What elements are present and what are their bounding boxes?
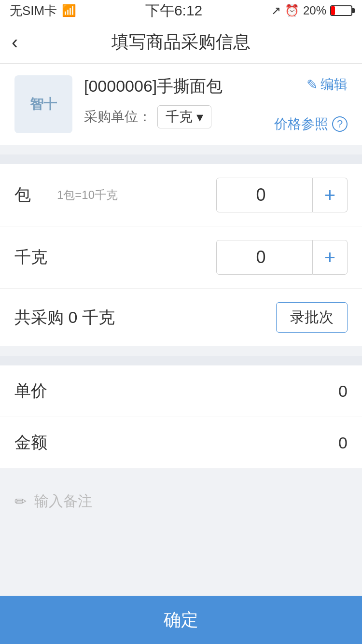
edit-button[interactable]: ✎ 编辑 bbox=[306, 75, 348, 94]
location-icon: ↗ bbox=[271, 4, 281, 17]
alarm-icon: ⏰ bbox=[285, 4, 299, 17]
battery-icon bbox=[330, 5, 352, 16]
batch-button[interactable]: 录批次 bbox=[276, 302, 348, 333]
product-image: 智十 bbox=[14, 75, 72, 133]
amount-label: 金额 bbox=[14, 432, 47, 454]
back-button[interactable]: ‹ bbox=[12, 31, 18, 53]
page-content: 智十 [0000006]手撕面包 采购单位： 千克 ▾ ✎ 编辑 价格参照 ? … bbox=[0, 64, 362, 644]
kg-plus-button[interactable]: + bbox=[313, 240, 348, 275]
kg-input-row: 千克 + bbox=[0, 226, 362, 289]
battery-percent: 20% bbox=[303, 4, 326, 17]
product-logo: 智十 bbox=[30, 95, 57, 113]
price-section: 单价 0 金额 0 bbox=[0, 365, 362, 468]
unit-price-row: 单价 0 bbox=[0, 365, 362, 417]
kg-input-right: + bbox=[216, 240, 348, 275]
unit-select[interactable]: 千克 ▾ bbox=[157, 105, 211, 128]
note-placeholder: 输入备注 bbox=[34, 491, 92, 511]
amount-row: 金额 0 bbox=[0, 417, 362, 468]
bag-input-row: 包 1包=10千克 + bbox=[0, 164, 362, 226]
summary-text: 共采购 0 千克 bbox=[14, 307, 115, 329]
edit-icon: ✎ bbox=[306, 77, 318, 93]
kg-input[interactable] bbox=[216, 240, 313, 275]
pencil-icon: ✏ bbox=[14, 493, 27, 510]
price-ref-label: 价格参照 bbox=[274, 115, 328, 133]
confirm-button[interactable]: 确定 bbox=[0, 596, 362, 644]
purchase-unit-label: 采购单位： bbox=[84, 108, 152, 126]
unit-price-value: 0 bbox=[338, 382, 348, 401]
status-bar: 无SIM卡 📶 下午6:12 ↗ ⏰ 20% bbox=[0, 0, 362, 21]
amount-value: 0 bbox=[338, 434, 348, 452]
nav-bar: ‹ 填写商品采购信息 bbox=[0, 21, 362, 64]
summary-section: 共采购 0 千克 录批次 bbox=[0, 289, 362, 346]
note-section[interactable]: ✏ 输入备注 bbox=[0, 478, 362, 525]
bag-sub-label: 1包=10千克 bbox=[57, 187, 118, 203]
bag-plus-button[interactable]: + bbox=[313, 178, 348, 212]
kg-label: 千克 bbox=[14, 246, 53, 268]
product-card: 智十 [0000006]手撕面包 采购单位： 千克 ▾ ✎ 编辑 价格参照 ? bbox=[0, 64, 362, 145]
status-left: 无SIM卡 📶 bbox=[10, 2, 76, 19]
status-time: 下午6:12 bbox=[145, 1, 202, 21]
bag-label: 包 bbox=[14, 184, 53, 206]
unit-value: 千克 bbox=[166, 108, 193, 126]
bag-input-right: + bbox=[216, 178, 348, 212]
info-icon: ? bbox=[332, 116, 348, 132]
section-divider-1 bbox=[0, 154, 362, 164]
edit-label: 编辑 bbox=[320, 75, 348, 94]
price-ref-button[interactable]: 价格参照 ? bbox=[274, 115, 348, 133]
carrier-label: 无SIM卡 bbox=[10, 2, 57, 19]
chevron-down-icon: ▾ bbox=[196, 109, 203, 125]
bag-input[interactable] bbox=[216, 178, 313, 212]
wifi-icon: 📶 bbox=[62, 4, 76, 17]
input-section: 包 1包=10千克 + 千克 + bbox=[0, 164, 362, 289]
unit-price-label: 单价 bbox=[14, 380, 47, 402]
section-divider-2 bbox=[0, 356, 362, 365]
page-title: 填写商品采购信息 bbox=[111, 30, 251, 54]
status-right: ↗ ⏰ 20% bbox=[271, 4, 352, 17]
